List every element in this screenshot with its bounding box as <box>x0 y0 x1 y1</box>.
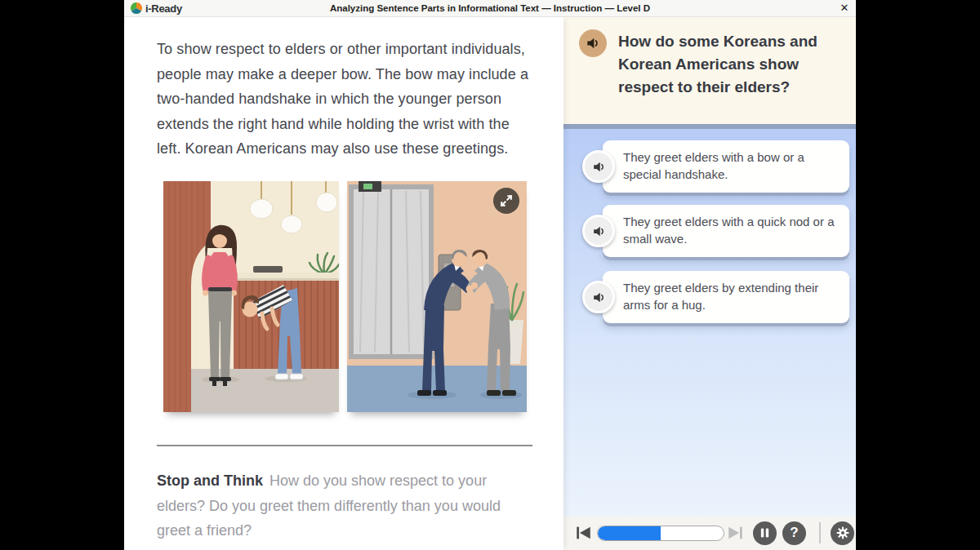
title-bar: i-Ready Analyzing Sentence Parts in Info… <box>124 0 856 17</box>
skip-forward-icon <box>726 524 745 542</box>
skip-back-button[interactable] <box>574 524 593 542</box>
answer-options-area: They greet elders with a bow or a specia… <box>564 129 856 516</box>
stop-and-think: Stop and ThinkHow do you show respect to… <box>157 468 537 543</box>
iready-lesson-window: i-Ready Analyzing Sentence Parts in Info… <box>124 0 856 550</box>
boy-bowing-to-woman-illustration <box>163 181 339 412</box>
answer-option-2[interactable]: They greet elders with a quick nod or a … <box>603 205 849 257</box>
option-1-audio-button[interactable] <box>582 150 615 183</box>
player-bar: ? <box>564 516 856 550</box>
expand-image-button[interactable] <box>493 188 519 214</box>
skip-forward-button[interactable] <box>726 524 745 542</box>
answer-option-1[interactable]: They greet elders with a bow or a specia… <box>603 140 849 193</box>
option-3-text: They greet elders by extending their arm… <box>623 280 838 313</box>
settings-button[interactable] <box>831 521 854 545</box>
question-text: How do some Koreans and Korean Americans… <box>618 30 832 99</box>
audio-progress-bar[interactable] <box>597 526 724 541</box>
option-2-audio-button[interactable] <box>582 215 615 247</box>
lesson-paragraph: To show respect to elders or other impor… <box>157 37 536 162</box>
section-divider <box>157 445 532 446</box>
question-audio-button[interactable] <box>579 29 607 57</box>
answer-option-3[interactable]: They greet elders by extending their arm… <box>603 271 849 323</box>
speaker-icon <box>591 224 607 239</box>
lesson-title: Analyzing Sentence Parts in Informationa… <box>124 3 856 13</box>
option-2-text: They greet elders with a quick nod or a … <box>623 214 838 247</box>
close-button[interactable]: ✕ <box>837 1 852 16</box>
speaker-icon <box>591 159 607 175</box>
settings-gear-icon <box>835 526 850 540</box>
illustration-row <box>163 181 527 412</box>
speaker-icon <box>585 35 601 51</box>
expand-arrows-icon <box>498 193 514 209</box>
help-button[interactable]: ? <box>782 521 806 545</box>
question-box: How do some Koreans and Korean Americans… <box>564 17 856 124</box>
speaker-icon <box>591 290 607 305</box>
pause-icon <box>760 527 770 539</box>
option-3-audio-button[interactable] <box>582 281 615 313</box>
option-1-text: They greet elders with a bow or a specia… <box>623 149 838 183</box>
men-bowing-two-handed-handshake-illustration <box>347 181 527 412</box>
skip-back-icon <box>574 524 593 542</box>
pause-button[interactable] <box>753 521 777 545</box>
player-divider <box>819 522 821 543</box>
stop-and-think-label: Stop and Think <box>157 472 263 489</box>
audio-progress-fill <box>598 526 661 540</box>
reading-pane: To show respect to elders or other impor… <box>124 17 564 550</box>
question-pane: How do some Koreans and Korean Americans… <box>564 17 856 550</box>
